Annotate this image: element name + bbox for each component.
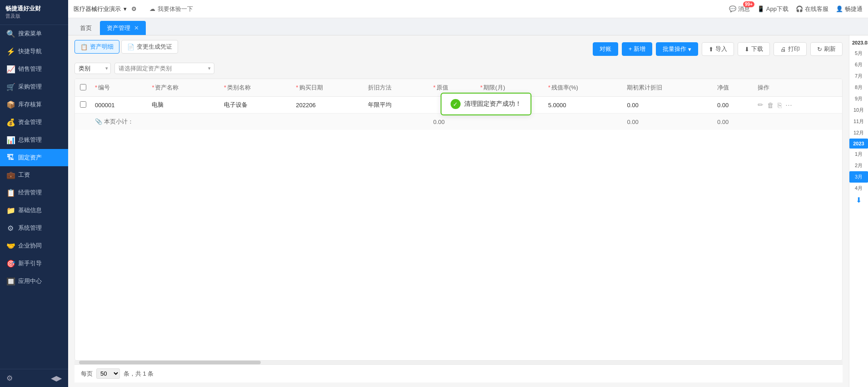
sidebar-icon: 🏗	[6, 154, 15, 162]
sidebar-item-新手引导[interactable]: 🎯新手引导	[0, 255, 68, 273]
copy-icon[interactable]: ⎘	[778, 101, 782, 109]
scrollbar-thumb[interactable]	[79, 361, 261, 364]
user-avatar[interactable]: 👤 畅捷通	[836, 5, 863, 13]
edit-icon[interactable]: ✏	[758, 101, 764, 109]
settings-icon-topbar[interactable]: ⚙	[131, 5, 137, 12]
sub-tab-detail[interactable]: 📋 资产明细	[74, 40, 119, 54]
sidebar-item-库存核算[interactable]: 📦库存核算	[0, 96, 68, 114]
message-button[interactable]: 💬 消息 99+	[729, 5, 750, 13]
app-download-button[interactable]: 📱 App下载	[757, 5, 789, 13]
settings-icon[interactable]: ⚙	[6, 374, 13, 382]
sidebar-label: 固定资产	[18, 154, 42, 162]
new-label: + 新增	[629, 45, 645, 53]
reconcile-button[interactable]: 对账	[593, 42, 618, 56]
chevron-down-icon-batch: ▾	[688, 46, 691, 53]
sidebar-label: 新手引导	[18, 259, 42, 268]
sidebar-item-资金管理[interactable]: 💰资金管理	[0, 114, 68, 131]
row-net: 0.00	[714, 97, 754, 114]
col-net: 净值	[714, 79, 754, 97]
pagination-bar: 每页 50 100 200 条，共 1 条	[74, 364, 843, 382]
sidebar-icon: ⚙	[6, 224, 15, 233]
toolbar-right: 对账 + 新增 批量操作 ▾ ⬆ 导入 ⬇ 下载	[593, 42, 843, 56]
sidebar-icon: 🎯	[6, 259, 15, 268]
sub-tab-detail-label: 资产明细	[90, 43, 114, 51]
batch-button[interactable]: 批量操作 ▾	[656, 42, 698, 56]
month-8[interactable]: 8月	[849, 82, 868, 93]
sidebar-icon: 🔍	[6, 30, 15, 38]
sidebar-item-快捷导航[interactable]: ⚡快捷导航	[0, 43, 68, 60]
month-3[interactable]: 3月	[849, 171, 868, 183]
topbar-right: 💬 消息 99+ 📱 App下载 🎧 在线客服 👤 畅捷通	[729, 5, 863, 13]
sidebar-label: 企业协同	[18, 242, 42, 250]
sidebar-item-采购管理[interactable]: 🛒采购管理	[0, 78, 68, 96]
import-icon: ⬆	[709, 46, 714, 53]
headset-icon: 🎧	[796, 5, 803, 12]
month-2[interactable]: 2月	[849, 160, 868, 171]
month-11[interactable]: 11月	[849, 116, 868, 127]
delete-icon[interactable]: 🗑	[767, 101, 774, 109]
horizontal-scrollbar[interactable]	[74, 361, 843, 364]
print-icon: 🖨	[780, 46, 786, 53]
company-selector[interactable]: 医疗器械行业演示 ▾ ⚙	[74, 5, 137, 13]
success-check-icon: ✓	[451, 99, 461, 109]
total-label: 条，共 1 条	[124, 370, 154, 378]
refresh-button[interactable]: ↻ 刷新	[810, 42, 843, 56]
sub-tab-voucher-icon: 📄	[127, 44, 134, 50]
sidebar-item-工资[interactable]: 💼工资	[0, 166, 68, 184]
sidebar-item-搜索菜单[interactable]: 🔍搜索菜单	[0, 25, 68, 43]
per-page-label: 每页	[81, 370, 93, 378]
month-6[interactable]: 6月	[849, 59, 868, 70]
category-select[interactable]: 类别	[74, 63, 111, 74]
sub-tab-voucher[interactable]: 📄 变更生成凭证	[121, 40, 178, 54]
sidebar-label: 总账管理	[18, 136, 42, 144]
month-7[interactable]: 7月	[849, 70, 868, 82]
toast-message: 清理固定资产成功！	[464, 100, 521, 108]
month-12[interactable]: 12月	[849, 127, 868, 139]
category-filter-input[interactable]	[114, 63, 214, 74]
sidebar-item-应用中心[interactable]: 🔲应用中心	[0, 273, 68, 290]
row-checkbox[interactable]	[80, 101, 86, 108]
sidebar-label: 资金管理	[18, 118, 42, 126]
experience-button[interactable]: ☁ 我要体验一下	[149, 5, 193, 13]
month-9[interactable]: 9月	[849, 93, 868, 104]
new-button[interactable]: + 新增	[622, 42, 652, 56]
inner-content: 📋 资产明细 📄 变更生成凭证 对账 + 新增	[68, 35, 849, 387]
download-button[interactable]: ⬇ 下载	[738, 42, 770, 56]
month-10[interactable]: 10月	[849, 104, 868, 116]
month-4[interactable]: 4月	[849, 183, 868, 194]
tab-close-icon[interactable]: ✕	[134, 25, 139, 31]
user-icon: 👤	[836, 5, 843, 12]
calendar-header: 2023.03	[852, 40, 868, 45]
refresh-label: 刷新	[824, 45, 836, 53]
calendar-down-icon[interactable]: ⬇	[854, 194, 863, 206]
select-all-checkbox[interactable]	[80, 84, 86, 90]
more-icon[interactable]: ⋯	[785, 101, 792, 109]
print-label: 打印	[788, 45, 800, 53]
sidebar-item-企业协同[interactable]: 🤝企业协同	[0, 237, 68, 255]
customer-service-button[interactable]: 🎧 在线客服	[796, 5, 828, 13]
sidebar-item-经营管理[interactable]: 📋经营管理	[0, 184, 68, 202]
year-2023[interactable]: 2023	[849, 139, 868, 149]
topbar: 医疗器械行业演示 ▾ ⚙ ☁ 我要体验一下 💬 消息 99+ 📱 App下载 🎧…	[68, 0, 868, 18]
sidebar-item-系统管理[interactable]: ⚙系统管理	[0, 219, 68, 237]
sidebar-item-固定资产[interactable]: 🏗固定资产	[0, 149, 68, 166]
month-1[interactable]: 1月	[849, 149, 868, 160]
import-button[interactable]: ⬆ 导入	[702, 42, 734, 56]
app-download-label: App下载	[766, 5, 789, 13]
tab-home[interactable]: 首页	[74, 21, 98, 35]
filter-row: 类别 ▾	[74, 63, 843, 74]
tab-assets[interactable]: 资产管理 ✕	[100, 21, 146, 35]
download-icon: 📱	[757, 5, 764, 12]
sidebar-item-基础信息[interactable]: 📁基础信息	[0, 202, 68, 219]
sidebar-scroll: 🔍搜索菜单⚡快捷导航📈销售管理🛒采购管理📦库存核算💰资金管理📊总账管理🏗固定资产…	[0, 25, 68, 369]
per-page-select[interactable]: 50 100 200	[96, 368, 120, 379]
sidebar-icon: 📊	[6, 136, 15, 144]
month-5[interactable]: 5月	[849, 48, 868, 59]
collapse-icon[interactable]: ◀▶	[51, 374, 62, 382]
sidebar-item-销售管理[interactable]: 📈销售管理	[0, 60, 68, 78]
sidebar-item-总账管理[interactable]: 📊总账管理	[0, 131, 68, 149]
sidebar-label: 销售管理	[18, 65, 42, 73]
row-method: 年限平均	[364, 97, 430, 114]
print-button[interactable]: 🖨 打印	[774, 42, 807, 56]
sidebar-icon: 🤝	[6, 242, 15, 250]
